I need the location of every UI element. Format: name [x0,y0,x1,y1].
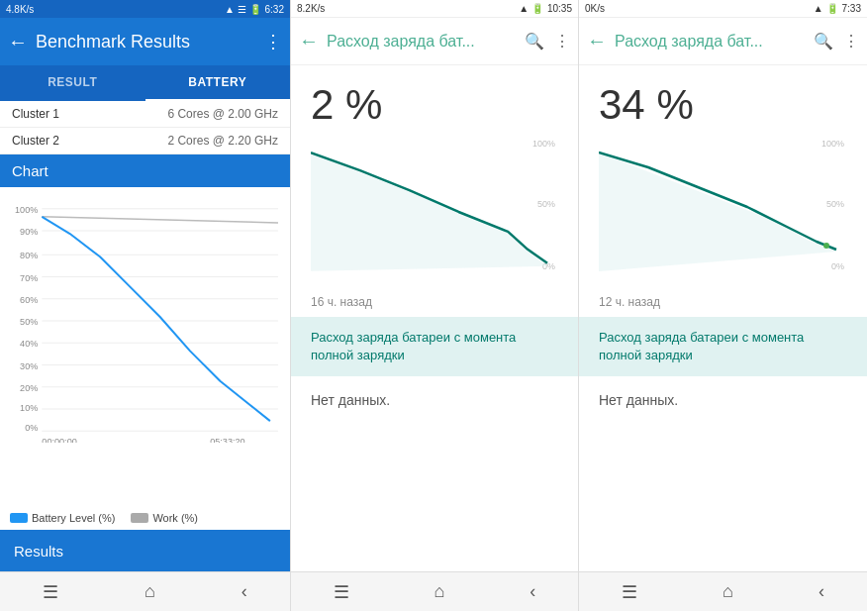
cluster2-label: Cluster 2 [12,134,59,148]
cluster1-value: 6 Cores @ 2.00 GHz [167,107,278,121]
nav-bar-2: ☰ ⌂ ‹ [291,571,578,611]
menu-icon-1[interactable]: ☰ [43,581,58,603]
more-icon-1[interactable]: ⋮ [264,31,282,52]
battery-chart-svg-3: 100% 50% 0% [599,133,847,281]
benchmark-panel: 4.8K/s ▲ ☰ 🔋 6:32 ← Benchmark Results ⋮ … [0,0,291,611]
battery-panel-2: 8.2K/s ▲ 🔋 10:35 ← Расход заряда бат... … [291,0,579,611]
status-icons-2: ▲ 🔋 [519,3,543,14]
back-icon-2[interactable]: ‹ [530,581,535,602]
back-icon-3[interactable]: ‹ [819,581,824,602]
chart-section-header: Chart [0,154,290,187]
more-icon-2[interactable]: ⋮ [554,32,570,51]
tabs-row-1: RESULT BATTERY [0,65,290,101]
cluster-row-1: Cluster 1 6 Cores @ 2.00 GHz [0,101,290,128]
main-percent-3: 34 % [579,65,867,133]
network-speed-2: 8.2K/s [297,3,325,14]
legend-battery-label: Battery Level (%) [32,512,115,524]
legend-row: Battery Level (%) Work (%) [0,508,290,530]
no-data-3: Нет данных. [579,376,867,424]
svg-text:100%: 100% [532,139,555,149]
battery-panel-3: 0K/s ▲ 🔋 7:33 ← Расход заряда бат... 🔍 ⋮… [579,0,867,611]
chart-area-2: 100% 50% 0% [291,133,578,291]
svg-text:100%: 100% [15,205,38,215]
time-label-3: 12 ч. назад [579,291,867,317]
app-bar2-icons: 🔍 ⋮ [525,32,570,51]
svg-text:10%: 10% [20,403,38,413]
tab-battery[interactable]: BATTERY [145,65,291,101]
legend-work: Work (%) [131,512,198,524]
svg-text:20%: 20% [20,383,38,393]
no-data-2: Нет данных. [291,376,578,424]
app-title-2: Расход заряда бат... [327,33,517,51]
main-percent-2: 2 % [291,65,578,133]
bottom-bar-1[interactable]: Results [0,530,290,571]
svg-marker-27 [311,153,547,271]
svg-text:50%: 50% [20,317,38,327]
app-title-3: Расход заряда бат... [615,33,806,51]
time-2: 10:35 [547,3,572,14]
app-bar-1: ← Benchmark Results ⋮ [0,18,290,65]
status-bar-1: 4.8K/s ▲ ☰ 🔋 6:32 [0,0,290,18]
svg-text:50%: 50% [826,199,844,209]
legend-battery-color [10,513,28,523]
home-icon-1[interactable]: ⌂ [145,581,155,602]
menu-icon-2[interactable]: ☰ [334,581,349,603]
status-icons-1: ▲ ☰ 🔋 [225,4,260,15]
svg-text:30%: 30% [20,361,38,371]
svg-text:40%: 40% [20,339,38,349]
search-icon-3[interactable]: 🔍 [814,32,833,51]
highlighted-text-2: Расход заряда батареи с момента полной з… [311,329,558,364]
legend-battery: Battery Level (%) [10,512,115,524]
highlighted-section-2: Расход заряда батареи с момента полной з… [291,317,578,376]
svg-text:90%: 90% [20,227,38,237]
app-bar-3: ← Расход заряда бат... 🔍 ⋮ [579,18,867,65]
tab-result[interactable]: RESULT [0,65,145,101]
content-area-1: Cluster 1 6 Cores @ 2.00 GHz Cluster 2 2… [0,101,290,530]
back-icon-1[interactable]: ‹ [241,581,247,602]
chart-area-3: 100% 50% 0% [579,133,867,291]
back-arrow-icon-1[interactable]: ← [8,31,28,53]
svg-text:0%: 0% [25,423,38,433]
status-bar-2: 8.2K/s ▲ 🔋 10:35 [291,0,578,18]
battery-chart-svg-2: 100% 50% 0% [311,133,558,281]
svg-marker-31 [599,153,836,271]
nav-bar-1: ☰ ⌂ ‹ [0,571,290,611]
chart-area-1: 100% 90% 80% 70% 60% 50% 40% 30% 20% 10%… [0,187,290,508]
time-1: 6:32 [265,4,284,15]
svg-text:05:33:20: 05:33:20 [210,437,244,443]
svg-text:70%: 70% [20,273,38,283]
svg-text:0%: 0% [831,261,844,271]
svg-text:00:00:00: 00:00:00 [42,437,76,443]
svg-text:80%: 80% [20,251,38,260]
network-speed-3: 0K/s [585,3,605,14]
cluster1-label: Cluster 1 [12,107,59,121]
home-icon-3[interactable]: ⌂ [723,581,733,602]
battery-chart-svg: 100% 90% 80% 70% 60% 50% 40% 30% 20% 10%… [10,195,280,443]
nav-bar-3: ☰ ⌂ ‹ [579,571,867,611]
back-arrow-icon-2[interactable]: ← [299,30,319,52]
svg-text:50%: 50% [537,199,555,209]
search-icon-2[interactable]: 🔍 [525,32,544,51]
home-icon-2[interactable]: ⌂ [434,581,445,602]
app-title-1: Benchmark Results [36,32,256,52]
cluster-row-2: Cluster 2 2 Cores @ 2.20 GHz [0,128,290,154]
app-bar-2: ← Расход заряда бат... 🔍 ⋮ [291,18,578,65]
status-icons-3: ▲ 🔋 [814,3,838,14]
svg-text:60%: 60% [20,295,38,305]
svg-text:100%: 100% [821,139,844,149]
more-icon-3[interactable]: ⋮ [843,32,859,51]
network-speed-1: 4.8K/s [6,4,34,15]
legend-work-color [131,513,148,523]
back-arrow-icon-3[interactable]: ← [587,30,607,52]
cluster2-value: 2 Cores @ 2.20 GHz [167,134,278,148]
highlighted-text-3: Расход заряда батареи с момента полной з… [599,329,847,364]
time-label-2: 16 ч. назад [291,291,578,317]
time-3: 7:33 [842,3,861,14]
legend-work-label: Work (%) [152,512,198,524]
svg-point-32 [823,243,829,249]
app-bar3-icons: 🔍 ⋮ [814,32,859,51]
menu-icon-3[interactable]: ☰ [622,581,637,603]
highlighted-section-3: Расход заряда батареи с момента полной з… [579,317,867,376]
status-bar-3: 0K/s ▲ 🔋 7:33 [579,0,867,18]
